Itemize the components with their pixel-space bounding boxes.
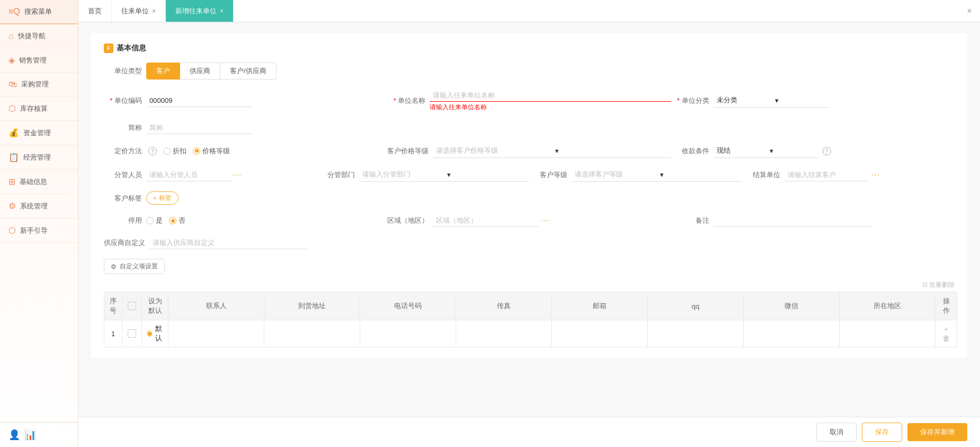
- wechat-input[interactable]: [749, 328, 834, 340]
- pricing-level-option[interactable]: 价格等级: [193, 146, 230, 156]
- sidebar-item-system[interactable]: ⚙ 系统管理: [0, 194, 78, 218]
- row-wechat[interactable]: [744, 320, 840, 347]
- row-delete-btn[interactable]: 🗑: [942, 334, 950, 343]
- row-qq[interactable]: [648, 320, 744, 347]
- name-error-msg: 请输入往来单位名称: [430, 103, 671, 112]
- row-address[interactable]: [264, 320, 360, 347]
- code-group: 单位编码: [104, 94, 387, 107]
- sidebar-item-finance[interactable]: 💰 资金管理: [0, 121, 78, 145]
- customer-level-placeholder: 请选择客户等级: [572, 168, 657, 181]
- table-body: 1 默认: [104, 320, 957, 347]
- fax-input[interactable]: [461, 328, 546, 340]
- cancel-button[interactable]: 取消: [816, 423, 857, 442]
- row-checkbox[interactable]: [128, 329, 136, 338]
- tab-new-partner[interactable]: 新增往来单位 ×: [166, 0, 234, 22]
- tab-partners[interactable]: 往来单位 ×: [112, 0, 166, 22]
- settlement-label: 结算单位: [742, 170, 785, 180]
- home-icon: ⌂: [8, 31, 14, 41]
- sidebar-item-basic[interactable]: ⊞ 基础信息: [0, 170, 78, 194]
- row-phone[interactable]: [360, 320, 456, 347]
- dept-placeholder: 请输入分管部门: [359, 168, 444, 181]
- dept-label: 分管部门: [317, 170, 359, 180]
- sidebar-item-sales[interactable]: ◈ 销售管理: [0, 48, 78, 73]
- footer: 取消 保存 保存并新增: [78, 417, 980, 447]
- inventory-icon: ⬡: [8, 103, 16, 113]
- unit-btn-customer[interactable]: 客户: [146, 63, 180, 80]
- region-input[interactable]: [433, 214, 539, 227]
- sidebar-item-label: 资金管理: [23, 128, 51, 138]
- code-input[interactable]: [146, 94, 252, 107]
- pricing-discount-option[interactable]: 折扣: [163, 146, 186, 156]
- row-contact[interactable]: [168, 320, 264, 347]
- col-phone: 电话号码: [360, 292, 456, 320]
- code-name-category-row: 单位编码 单位名称 请输入往来单位名称 单位分类 未分类 ▾: [104, 89, 955, 112]
- window-close-button[interactable]: ×: [959, 0, 980, 22]
- batch-delete-label[interactable]: 批量删除: [929, 281, 955, 288]
- phone-input[interactable]: [366, 328, 450, 340]
- tab-new-partner-close[interactable]: ×: [220, 7, 224, 15]
- supplier-custom-input[interactable]: [149, 236, 308, 249]
- email-input[interactable]: [557, 328, 642, 340]
- category-value: 未分类: [714, 93, 772, 107]
- contact-input[interactable]: [174, 328, 259, 340]
- sidebar-item-purchase[interactable]: 🛍 采购管理: [0, 73, 78, 97]
- address-input[interactable]: [270, 328, 354, 340]
- sidebar-item-guide[interactable]: ⬡ 新手引导: [0, 218, 78, 243]
- disabled-radio-group: 是 否: [146, 216, 185, 225]
- qq-input[interactable]: [653, 328, 738, 340]
- disabled-no-label: 否: [179, 216, 185, 225]
- name-input[interactable]: [430, 89, 671, 102]
- unit-type-row: 单位类型 客户 供应商 客户/供应商: [104, 63, 955, 80]
- pricing-discount-label: 折扣: [173, 146, 186, 156]
- settlement-input[interactable]: [785, 169, 869, 181]
- save-new-button[interactable]: 保存并新增: [907, 423, 967, 441]
- payment-terms-select[interactable]: 现结 ▾: [714, 144, 819, 158]
- region-dots-btn[interactable]: ···: [539, 216, 551, 225]
- sidebar-item-operations[interactable]: 📋 经营管理: [0, 145, 78, 170]
- category-group: 单位分类 未分类 ▾: [671, 93, 955, 108]
- sidebar-item-search[interactable]: ≡Q 搜索菜单: [0, 0, 78, 24]
- customer-level-select[interactable]: 请选择客户等级 ▾: [572, 168, 742, 182]
- unit-btn-supplier[interactable]: 供应商: [180, 63, 220, 80]
- tab-partners-close[interactable]: ×: [152, 7, 156, 15]
- customer-price-select[interactable]: 请选择客户价格等级 ▾: [433, 144, 671, 158]
- save-button[interactable]: 保存: [862, 423, 902, 442]
- add-tag-button[interactable]: + 标签: [146, 191, 179, 205]
- pricing-help-icon[interactable]: ?: [148, 147, 157, 155]
- dept-select[interactable]: 请输入分管部门 ▾: [359, 168, 530, 182]
- disabled-yes-radio[interactable]: [146, 217, 154, 224]
- batch-delete-icon: ⊡: [922, 281, 928, 288]
- row-location[interactable]: [840, 320, 936, 347]
- disabled-no-radio[interactable]: [169, 217, 176, 224]
- sidebar-item-quicknav[interactable]: ⌂ 快捷导航: [0, 24, 78, 48]
- unit-btn-both[interactable]: 客户/供应商: [220, 63, 277, 80]
- row-add-btn[interactable]: ＋: [942, 325, 950, 333]
- col-address: 到货地址: [264, 292, 360, 320]
- location-input[interactable]: [845, 328, 930, 340]
- manager-row: 分管人员 ··· 分管部门 请输入分管部门 ▾ 客户等级 请选择客户等级 ▾: [104, 168, 955, 182]
- manager-input[interactable]: [146, 169, 231, 181]
- batch-delete-area: ⊡ 批量删除: [104, 281, 955, 290]
- sidebar-item-inventory[interactable]: ⬡ 库存核算: [0, 97, 78, 121]
- row-email[interactable]: [552, 320, 648, 347]
- remark-input[interactable]: [714, 214, 872, 227]
- header-checkbox[interactable]: [128, 302, 136, 310]
- settlement-dots-btn[interactable]: ···: [869, 170, 882, 180]
- basic-icon: ⊞: [8, 177, 15, 187]
- short-name-group: 简称: [104, 121, 955, 134]
- pricing-discount-radio[interactable]: [163, 147, 171, 155]
- settlement-group: 结算单位 ···: [742, 169, 955, 181]
- disabled-yes-option[interactable]: 是: [146, 216, 163, 225]
- row-default-radio[interactable]: [147, 330, 152, 337]
- pricing-level-radio[interactable]: [193, 147, 200, 155]
- payment-terms-value: 现结: [714, 144, 767, 157]
- short-name-input[interactable]: [146, 121, 252, 134]
- row-fax[interactable]: [456, 320, 552, 347]
- manager-dots-btn[interactable]: ···: [231, 170, 244, 180]
- customer-price-chevron-icon: ▾: [552, 145, 671, 157]
- custom-settings-button[interactable]: ⚙ 自定义项设置: [104, 259, 165, 274]
- disabled-no-option[interactable]: 否: [169, 216, 185, 225]
- tab-home[interactable]: 首页: [78, 0, 112, 22]
- category-select[interactable]: 未分类 ▾: [714, 93, 830, 108]
- payment-terms-help-icon[interactable]: ?: [823, 147, 831, 155]
